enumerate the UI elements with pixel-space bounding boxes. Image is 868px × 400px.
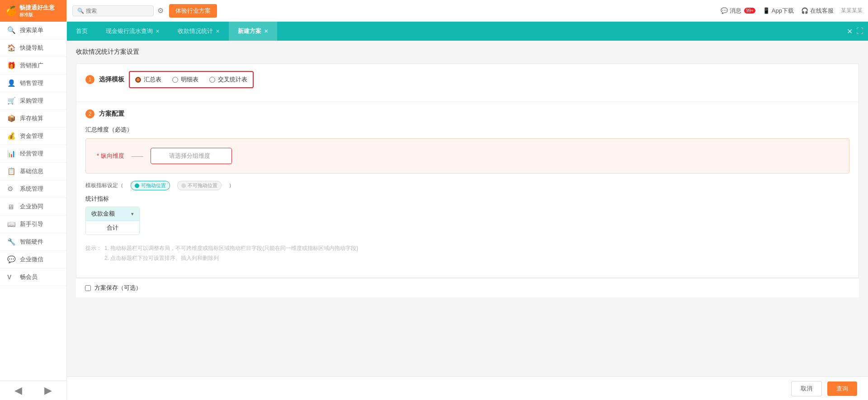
search-box[interactable]: 🔍 — [72, 5, 154, 16]
msg-item[interactable]: 💬 消息 99+ — [721, 7, 755, 15]
service-label: 在线客服 — [810, 7, 834, 15]
radio-detail-label: 明细表 — [181, 75, 198, 84]
sidebar-expand-icon[interactable]: ▶ — [44, 385, 52, 396]
industry-btn[interactable]: 体验行业方案 — [169, 4, 217, 18]
radio-summary-input[interactable] — [135, 77, 141, 83]
query-button[interactable]: 查询 — [827, 381, 857, 396]
tabbar: 首页 现金银行流水查询 ✕ 收款情况统计 ✕ 新建方案 ✕ ✕ ⛶ — [67, 22, 868, 41]
sidebar-item-label: 资金管理 — [20, 132, 43, 140]
tip-icon: 提示： — [85, 244, 102, 254]
box-icon: 📦 — [7, 114, 16, 122]
gear-icon: ⚙ — [7, 185, 16, 193]
radio-cross[interactable]: 交叉统计表 — [209, 75, 247, 84]
non-drag-dot — [181, 184, 186, 188]
cancel-button[interactable]: 取消 — [791, 381, 822, 396]
settings-icon[interactable]: ⚙ — [157, 6, 164, 15]
user-icon: 👤 — [7, 79, 16, 87]
main-area: 🔍 ⚙ 体验行业方案 💬 消息 99+ 📱 App下载 🎧 在线客服 某某某某 … — [67, 0, 868, 400]
sidebar-item-label: 企业微信 — [20, 255, 43, 264]
version-badge: 标准版 — [19, 12, 55, 18]
clipboard-icon: 📋 — [7, 167, 16, 175]
step2-block: 2 方案配置 汇总维度（必选） * 纵向维度 — [76, 102, 859, 278]
sidebar-item-marketing[interactable]: 🎁 营销推广 — [0, 57, 66, 75]
sidebar-logo: 🍊 畅捷通好生意 标准版 — [0, 0, 66, 22]
tab-new-plan[interactable]: 新建方案 ✕ — [229, 22, 277, 41]
logo-text: 畅捷通好生意 — [19, 4, 55, 12]
sidebar-item-label: 经营管理 — [20, 150, 43, 158]
step1-block: 1 选择模板 汇总表 明细表 — [76, 64, 859, 102]
service-icon: 🎧 — [801, 7, 808, 14]
home-icon: 🏠 — [7, 44, 16, 52]
dim-section: 汇总维度（必选） * 纵向维度 —— 请选择分组维度 — [85, 126, 849, 263]
save-option-label: 方案保存（可选） — [94, 284, 142, 292]
sidebar-item-label: 快捷导航 — [20, 44, 43, 52]
download-label: App下载 — [772, 7, 794, 15]
draggable-label: 可拖动位置 — [141, 182, 166, 189]
logo-icon: 🍊 — [5, 5, 17, 16]
book-icon: 📖 — [7, 220, 16, 228]
sidebar-item-label: 新手引导 — [20, 220, 43, 228]
sidebar-item-coop[interactable]: 🖥 企业协同 — [0, 198, 66, 216]
sidebar-item-label: 营销推广 — [20, 61, 43, 70]
radio-summary[interactable]: 汇总表 — [135, 75, 161, 84]
drag-dot — [135, 184, 139, 188]
step1-number: 1 — [85, 75, 94, 84]
search-input[interactable] — [86, 8, 149, 14]
save-option-bar: 方案保存（可选） — [76, 278, 859, 297]
sidebar-item-hardware[interactable]: 🔧 智能硬件 — [0, 233, 66, 251]
radio-cross-label: 交叉统计表 — [218, 75, 247, 84]
sidebar-collapse-icon[interactable]: ◀ — [14, 385, 22, 396]
step2-header: 2 方案配置 — [85, 109, 849, 118]
tab-new-plan-label: 新建方案 — [238, 27, 261, 35]
vertical-dim-required: * 纵向维度 — [97, 152, 124, 160]
sidebar-item-finance[interactable]: 💰 资金管理 — [0, 127, 66, 145]
step2-number: 2 — [85, 109, 94, 118]
metrics-config: 统计指标 收款金额 ▾ 合计 — [85, 195, 849, 236]
page-content: 收款情况统计方案设置 1 选择模板 汇总表 — [67, 41, 868, 376]
sidebar-item-system[interactable]: ⚙ 系统管理 — [0, 180, 66, 198]
msg-icon: 💬 — [721, 7, 728, 14]
metrics-table-header[interactable]: 收款金额 ▾ — [86, 207, 139, 221]
sidebar-item-wechat[interactable]: 💬 企业微信 — [0, 251, 66, 268]
sidebar-item-purchase[interactable]: 🛒 采购管理 — [0, 92, 66, 110]
sidebar-item-quick-nav[interactable]: 🏠 快捷导航 — [0, 39, 66, 57]
tab-home-label: 首页 — [76, 27, 88, 35]
tab-collection[interactable]: 收款情况统计 ✕ — [169, 22, 229, 41]
radio-detail[interactable]: 明细表 — [172, 75, 198, 84]
tab-collection-close-icon[interactable]: ✕ — [216, 28, 220, 34]
tip-line-1: 提示： 1. 拖动标题栏可以调整布局，不可跨维度或指标区域拖动栏目字段(只能在同… — [85, 244, 849, 254]
sidebar-item-guide[interactable]: 📖 新手引导 — [0, 216, 66, 233]
search-icon: 🔍 — [7, 26, 16, 34]
chevron-down-icon[interactable]: ▾ — [131, 211, 134, 217]
download-icon: 📱 — [763, 7, 770, 14]
tabbar-actions: ✕ ⛶ — [847, 27, 868, 36]
radio-cross-input[interactable] — [209, 77, 215, 83]
sidebar-item-operations[interactable]: 📊 经营管理 — [0, 145, 66, 163]
tab-home[interactable]: 首页 — [67, 22, 97, 41]
sidebar-item-label: 库存核算 — [20, 114, 43, 122]
tab-bank[interactable]: 现金银行流水查询 ✕ — [97, 22, 169, 41]
dim-placeholder[interactable]: 请选择分组维度 — [151, 148, 232, 164]
sidebar-item-search[interactable]: 🔍 搜索菜单 — [0, 22, 66, 39]
member-icon: V — [7, 273, 16, 281]
sidebar-item-label: 企业协同 — [20, 202, 43, 211]
sidebar-item-sales[interactable]: 👤 销售管理 — [0, 75, 66, 92]
download-item[interactable]: 📱 App下载 — [763, 7, 794, 15]
content-area: 收款情况统计方案设置 1 选择模板 汇总表 — [67, 41, 868, 400]
sidebar: 🍊 畅捷通好生意 标准版 🔍 搜索菜单 🏠 快捷导航 🎁 营销推广 👤 销售管理… — [0, 0, 67, 400]
sidebar-item-member[interactable]: V 畅会员 — [0, 268, 66, 286]
money-icon: 💰 — [7, 132, 16, 140]
radio-detail-input[interactable] — [172, 77, 178, 83]
tab-close-all-icon[interactable]: ✕ — [847, 27, 853, 36]
sidebar-item-basic-info[interactable]: 📋 基础信息 — [0, 163, 66, 180]
tab-expand-icon[interactable]: ⛶ — [856, 27, 863, 35]
arrow-icon: —— — [132, 153, 143, 160]
sidebar-item-inventory[interactable]: 📦 库存核算 — [0, 110, 66, 127]
tab-bank-close-icon[interactable]: ✕ — [156, 28, 160, 34]
service-item[interactable]: 🎧 在线客服 — [801, 7, 834, 15]
notif-badge: 99+ — [744, 8, 755, 14]
save-checkbox[interactable] — [85, 285, 91, 291]
radio-summary-label: 汇总表 — [144, 75, 161, 84]
tab-new-plan-close-icon[interactable]: ✕ — [264, 28, 268, 34]
metrics-header-text: 模板指标设定（ — [85, 182, 123, 189]
